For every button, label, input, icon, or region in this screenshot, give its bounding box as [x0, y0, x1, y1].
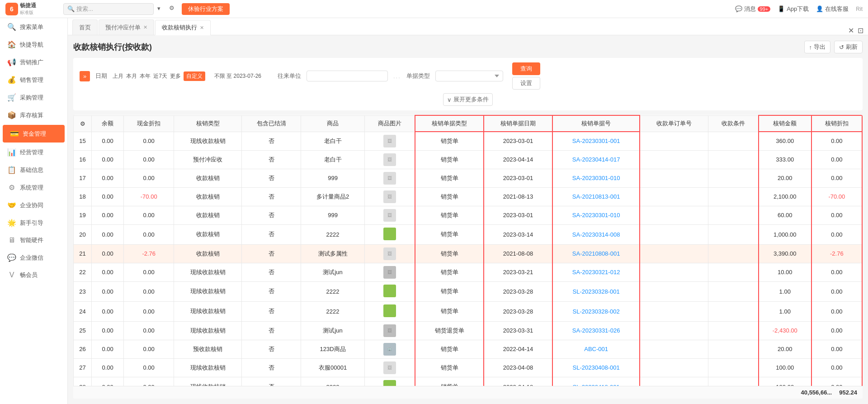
date-custom[interactable]: 自定义: [184, 71, 205, 81]
cell-writeoff-date: 2023-04-14: [484, 150, 552, 169]
writeoff-number-link[interactable]: SA-20230301-010: [572, 175, 620, 181]
cell-writeoff-discount: 0.00: [811, 281, 862, 301]
member-icon: V: [7, 271, 16, 279]
cell-balance: 0.00: [92, 377, 124, 386]
cell-balance: 0.00: [92, 224, 124, 244]
sidebar-item-inventory[interactable]: 📦 库存核算: [0, 106, 67, 124]
sidebar-item-wechat[interactable]: 💬 企业微信: [0, 249, 67, 266]
writeoff-number-link[interactable]: SA-20230331-026: [572, 327, 620, 334]
filter-expand-arrow[interactable]: »: [80, 71, 90, 81]
cell-writeoff-type: 收款核销: [174, 169, 242, 187]
writeoff-number-link[interactable]: SL-20230408-001: [573, 364, 620, 371]
cell-receipt-order-no: [640, 132, 708, 150]
sidebar-item-guide[interactable]: 🌟 新手引导: [0, 214, 67, 232]
table-row: 21 0.00 -2.76 收款核销 否 测试多属性 🖼 销货单 2021-08…: [74, 244, 863, 263]
cell-receipt-order-no: [640, 224, 708, 244]
tab-close-btn[interactable]: ✕: [848, 26, 854, 35]
cell-receipt-order-no: [640, 263, 708, 281]
writeoff-number-link[interactable]: SL-20230328-002: [573, 308, 620, 315]
cell-writeoff-amount: 100.00: [759, 377, 811, 386]
date-last-month[interactable]: 上月: [113, 72, 123, 80]
th-gear[interactable]: ⚙: [74, 115, 92, 132]
cell-writeoff-type: 现续收款核销: [174, 281, 242, 301]
writeoff-number-link[interactable]: SA-20230301-001: [572, 138, 620, 144]
tab-expand-btn[interactable]: ⊡: [858, 26, 863, 35]
online-service-label: 在线客服: [825, 5, 849, 13]
app-download-btn[interactable]: 📱 App下载: [778, 5, 809, 13]
cell-writeoff-voucher-type: 销货单: [415, 244, 484, 263]
sidebar-item-hardware[interactable]: 🖥 智能硬件: [0, 232, 67, 249]
sidebar-item-purchase[interactable]: 🛒 采购管理: [0, 89, 67, 106]
table-row: 28 0.00 0.00 现线收款核销 否 2222 销货单 2023-04-1…: [74, 377, 863, 386]
hardware-icon: 🖥: [7, 236, 16, 244]
search-icon: 🔍: [7, 23, 16, 31]
cell-cash-discount: 0.00: [124, 150, 174, 169]
cell-goods-image: 🖼: [365, 321, 415, 340]
cell-balance: 0.00: [92, 150, 124, 169]
writeoff-number-link[interactable]: SA-20230321-012: [572, 269, 620, 276]
online-service-btn[interactable]: 👤 在线客服: [816, 5, 849, 13]
table-row: 20 0.00 0.00 收款核销 否 2222 销货单 2023-03-14 …: [74, 224, 863, 244]
chevron-down-icon: ∨: [447, 96, 452, 103]
service-icon: 👤: [816, 5, 823, 12]
cell-receipt-condition: [708, 169, 759, 187]
refresh-label: 刷新: [846, 43, 858, 51]
tab-prepay[interactable]: 预付冲应付单 ✕: [99, 19, 154, 35]
cell-writeoff-number: SA-20210813-001: [552, 187, 640, 206]
search-box[interactable]: 🔍 搜索...: [63, 3, 154, 15]
query-btn[interactable]: 查询: [512, 62, 540, 75]
voucher-type-select[interactable]: 销货单 收款单: [435, 71, 503, 81]
filter-row-1: » 日期 上月 本月 本年 近7天 更多 自定义 不限 至 2023-07-26…: [80, 62, 856, 90]
cell-writeoff-discount: 0.00: [811, 301, 862, 321]
date-this-month[interactable]: 本月: [126, 72, 137, 80]
sidebar-item-operations[interactable]: 📊 经营管理: [0, 143, 67, 161]
sidebar-item-enterprise[interactable]: 🤝 企业协同: [0, 196, 67, 214]
writeoff-number-link[interactable]: SA-20210808-001: [572, 250, 620, 257]
sidebar-item-sales[interactable]: 💰 销售管理: [0, 71, 67, 89]
date-last-7days[interactable]: 近7天: [153, 72, 167, 80]
refresh-btn[interactable]: ↺ 刷新: [834, 41, 863, 53]
industry-btn[interactable]: 休验行业方案: [182, 3, 230, 15]
cell-id: 20: [74, 224, 92, 244]
expand-conditions-btn[interactable]: ∨ 展开更多条件: [443, 93, 493, 106]
date-more[interactable]: 更多: [170, 72, 181, 80]
cell-writeoff-number: SL-20230328-002: [552, 301, 640, 321]
cell-writeoff-type: 现线收款核销: [174, 377, 242, 386]
operations-icon: 📊: [7, 148, 16, 157]
tab-writeoff-close[interactable]: ✕: [200, 25, 204, 31]
tab-writeoff[interactable]: 收款核销执行 ✕: [155, 20, 211, 35]
sidebar-label: 搜索菜单: [20, 23, 43, 31]
basics-icon: 📋: [7, 166, 16, 174]
counterpart-input[interactable]: [307, 71, 388, 81]
sidebar-item-search[interactable]: 🔍 搜索菜单: [0, 18, 67, 36]
writeoff-number-link[interactable]: ABC-001: [584, 346, 608, 352]
sidebar-item-quick-nav[interactable]: 🏠 快捷导航: [0, 36, 67, 53]
writeoff-number-link[interactable]: SA-20230414-017: [572, 156, 620, 163]
writeoff-number-link[interactable]: SA-20210813-001: [572, 193, 620, 200]
sidebar-item-marketing[interactable]: 📢 营销推广: [0, 53, 67, 71]
messages-btn[interactable]: 💬 消息 99+: [735, 5, 771, 13]
date-this-year[interactable]: 本年: [140, 72, 151, 80]
cell-writeoff-type: 收款核销: [174, 206, 242, 224]
writeoff-number-link[interactable]: SL-20230328-001: [573, 288, 620, 295]
settings-icon[interactable]: ⚙: [169, 5, 178, 14]
sidebar-label: 系统管理: [20, 184, 43, 192]
sidebar-item-member[interactable]: V 畅会员: [0, 266, 67, 284]
sidebar-item-system[interactable]: ⚙ 系统管理: [0, 179, 67, 196]
cell-writeoff-discount: 0.00: [811, 377, 862, 386]
export-btn[interactable]: ↑ 导出: [804, 41, 831, 53]
tab-home-label: 首页: [79, 24, 91, 32]
table-row: 16 0.00 0.00 预付冲应收 否 老白干 🖼 销货单 2023-04-1…: [74, 150, 863, 169]
sidebar-item-basics[interactable]: 📋 基础信息: [0, 161, 67, 179]
filter-settings-btn[interactable]: 设置: [512, 77, 540, 90]
tab-home[interactable]: 首页: [72, 19, 98, 35]
dropdown-icon[interactable]: ▾: [157, 5, 165, 13]
writeoff-number-link[interactable]: SA-20230301-010: [572, 212, 620, 219]
sidebar-item-finance[interactable]: 💳 资金管理: [3, 125, 65, 143]
table-wrap[interactable]: ⚙ 余额 现金折扣 核销类型 包含已结清 商品 商品图片 核销单据类型 核销单据…: [73, 115, 863, 386]
writeoff-number-link[interactable]: SA-20230314-008: [572, 231, 620, 238]
tab-prepay-close[interactable]: ✕: [143, 24, 147, 30]
cell-goods-image: 🖼: [365, 169, 415, 187]
cell-goods: 2222: [301, 377, 364, 386]
export-label: 导出: [814, 43, 826, 51]
